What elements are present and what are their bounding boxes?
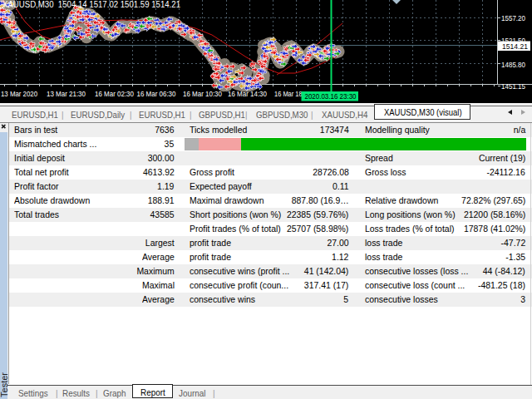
svg-text:16 Mar 06:30: 16 Mar 06:30 (137, 89, 176, 98)
svg-text:2020.03.16 23:30: 2020.03.16 23:30 (305, 91, 357, 101)
svg-text:1514.21: 1514.21 (502, 42, 528, 51)
svg-text:16 Mar 10:30: 16 Mar 10:30 (183, 89, 222, 98)
svg-text:1451.15: 1451.15 (501, 81, 525, 91)
svg-text:13 Mar 21:30: 13 Mar 21:30 (47, 89, 86, 98)
svg-text:16 Mar 14:30: 16 Mar 14:30 (228, 89, 267, 98)
svg-text:1557.20: 1557.20 (501, 13, 525, 22)
svg-text:16 Mar 02:30: 16 Mar 02:30 (95, 89, 134, 98)
svg-text:XAUUSD,M30 1504.14 1517.02 15: XAUUSD,M30 1504.14 1517.02 1501.59 1514.… (2, 0, 180, 9)
svg-text:13 Mar 2020: 13 Mar 2020 (1, 89, 37, 98)
svg-text:1485.80: 1485.80 (501, 60, 525, 69)
